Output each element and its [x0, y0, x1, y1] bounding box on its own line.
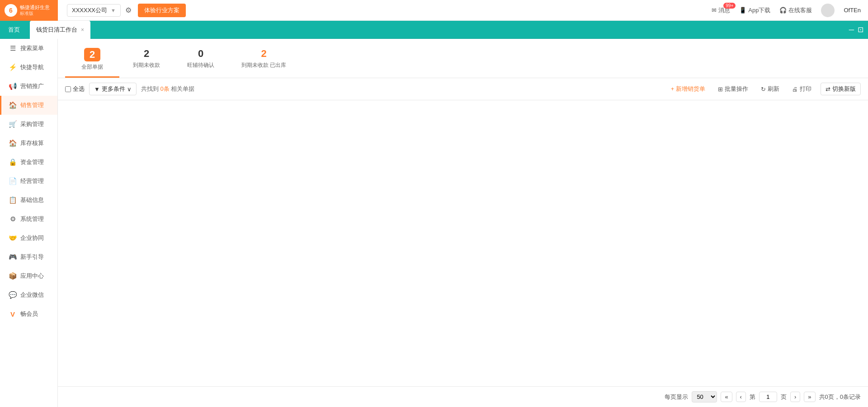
enterprise-icon: 🤝	[9, 234, 17, 242]
chevron-down-icon: ∨	[127, 86, 132, 93]
table-area	[58, 100, 868, 386]
stat-label-wangpu: 旺辅待确认	[187, 61, 214, 69]
username[interactable]: OfTEn	[844, 7, 861, 14]
quick-nav-icon: ⚡	[9, 63, 17, 71]
sidebar-item-inventory[interactable]: 🏠 库存核算	[0, 134, 57, 153]
operations-icon: 📄	[9, 177, 17, 185]
sidebar-item-search-menu[interactable]: ☰ 搜索菜单	[0, 39, 57, 58]
print-button[interactable]: 🖨 打印	[788, 83, 815, 95]
wechat-icon: 💬	[9, 291, 17, 299]
toolbar-left: 全选 ▼ 更多条件 ∨ 共找到 0条 相关单据	[65, 83, 662, 95]
pagination: 每页显示 50 10 20 100 « ‹ 第 页 › » 共0页，0条记录	[58, 386, 868, 407]
member-icon: V	[9, 310, 17, 318]
stat-num-wangpu: 0	[198, 48, 203, 60]
found-text: 共找到 0条 相关单据	[141, 85, 194, 93]
sidebar-item-system[interactable]: ⚙ 系统管理	[0, 210, 57, 229]
sidebar-item-newbie[interactable]: 🎮 新手引导	[0, 248, 57, 267]
page-size-select[interactable]: 50 10 20 100	[692, 391, 717, 402]
total-label: 共0页，0条记录	[819, 393, 861, 401]
add-sales-order-button[interactable]: + 新增销货单	[667, 83, 709, 95]
tab-active[interactable]: 钱货日清工作台 ×	[30, 21, 90, 39]
page-size-label: 每页显示	[665, 393, 688, 401]
tab-home[interactable]: 首页	[0, 21, 28, 39]
next-page-button[interactable]: ›	[790, 392, 800, 402]
first-page-button[interactable]: «	[721, 392, 732, 402]
sidebar: ☰ 搜索菜单 ⚡ 快捷导航 📢 营销推广 🏠 销售管理 🛒 采购管理 🏠 库存核…	[0, 39, 58, 407]
online-service-button[interactable]: 🎧 在线客服	[779, 6, 812, 14]
main-layout: ☰ 搜索菜单 ⚡ 快捷导航 📢 营销推广 🏠 销售管理 🛒 采购管理 🏠 库存核…	[0, 39, 868, 407]
tab-bar-right: ─ ⊡	[849, 25, 868, 34]
select-all-checkbox[interactable]: 全选	[65, 85, 85, 93]
batch-operation-button[interactable]: ⊞ 批量操作	[714, 83, 752, 95]
stat-card-overdue[interactable]: 2 到期未收款	[119, 43, 174, 78]
message-badge: 99+	[723, 3, 736, 9]
filter-icon: ▼	[94, 86, 100, 93]
sidebar-item-finance[interactable]: 🔒 资金管理	[0, 153, 57, 172]
service-icon: 🎧	[779, 7, 787, 14]
sidebar-item-member[interactable]: V 畅会员	[0, 304, 57, 323]
inventory-icon: 🏠	[9, 139, 17, 147]
logo-text: 畅捷通好生意 标准版	[20, 4, 50, 16]
stats-row: 2 全部单据 2 到期未收款 0 旺辅待确认 2 到期未收款 已出库	[58, 39, 868, 78]
page-number-input[interactable]	[759, 392, 777, 402]
tab-bar: 首页 钱货日清工作台 × ─ ⊡	[0, 21, 868, 39]
page-suffix: 页	[781, 393, 787, 401]
prev-page-button[interactable]: ‹	[736, 392, 746, 402]
filter-button[interactable]: ▼ 更多条件 ∨	[89, 83, 137, 95]
stat-label-overdue: 到期未收款	[133, 61, 160, 69]
content-area: 2 全部单据 2 到期未收款 0 旺辅待确认 2 到期未收款 已出库 全选	[58, 39, 868, 407]
logo-icon: 6	[5, 4, 17, 17]
message-icon: ✉	[712, 7, 717, 14]
finance-icon: 🔒	[9, 158, 17, 166]
messages-button[interactable]: ✉ 消息 99+	[712, 6, 730, 14]
stat-label-overdue-shipped: 到期未收款 已出库	[241, 61, 286, 69]
sidebar-item-operations[interactable]: 📄 经营管理	[0, 172, 57, 191]
tab-minimize-button[interactable]: ─	[849, 25, 854, 34]
sidebar-item-app-center[interactable]: 📦 应用中心	[0, 267, 57, 285]
sidebar-item-marketing[interactable]: 📢 营销推广	[0, 77, 57, 96]
avatar[interactable]	[821, 4, 835, 17]
switch-icon: ⇄	[826, 86, 830, 93]
batch-icon: ⊞	[718, 86, 723, 93]
sidebar-item-enterprise[interactable]: 🤝 企业协同	[0, 229, 57, 248]
sidebar-item-base-info[interactable]: 📋 基础信息	[0, 191, 57, 210]
newbie-icon: 🎮	[9, 253, 17, 261]
sidebar-item-quick-nav[interactable]: ⚡ 快捷导航	[0, 58, 57, 77]
toolbar-right: + 新增销货单 ⊞ 批量操作 ↻ 刷新 🖨 打印 ⇄ 切换新版	[667, 83, 861, 95]
sidebar-item-wechat[interactable]: 💬 企业微信	[0, 285, 57, 304]
tab-expand-button[interactable]: ⊡	[858, 25, 863, 34]
toolbar: 全选 ▼ 更多条件 ∨ 共找到 0条 相关单据 + 新增销货单 ⊞ 批量操作	[58, 78, 868, 100]
company-selector[interactable]: XXXXXX公司 ▼	[67, 4, 121, 17]
stat-num-overdue-shipped: 2	[261, 48, 267, 60]
stat-label-all: 全部单据	[81, 63, 103, 71]
stat-num-all: 2	[84, 48, 100, 61]
refresh-icon: ↻	[761, 86, 766, 93]
search-menu-icon: ☰	[9, 44, 17, 52]
stat-card-wangpu[interactable]: 0 旺辅待确认	[174, 43, 228, 78]
sales-icon: 🏠	[9, 101, 17, 109]
trial-button[interactable]: 体验行业方案	[138, 4, 186, 17]
stat-card-all[interactable]: 2 全部单据	[65, 43, 119, 78]
header-right: ✉ 消息 99+ 📱 App下载 🎧 在线客服 OfTEn	[712, 4, 861, 17]
settings-icon[interactable]: ⚙	[125, 6, 132, 14]
sidebar-item-sales[interactable]: 🏠 销售管理	[0, 96, 57, 115]
app-center-icon: 📦	[9, 272, 17, 280]
sidebar-item-purchase[interactable]: 🛒 采购管理	[0, 115, 57, 134]
refresh-button[interactable]: ↻ 刷新	[757, 83, 783, 95]
tab-close-icon[interactable]: ×	[81, 27, 84, 33]
print-icon: 🖨	[792, 86, 798, 93]
download-icon: 📱	[739, 7, 746, 14]
top-header: 6 畅捷通好生意 标准版 XXXXXX公司 ▼ ⚙ 体验行业方案 ✉ 消息 99…	[0, 0, 868, 21]
stat-num-overdue: 2	[144, 48, 149, 60]
stat-card-overdue-shipped[interactable]: 2 到期未收款 已出库	[228, 43, 300, 78]
base-info-icon: 📋	[9, 196, 17, 204]
purchase-icon: 🛒	[9, 120, 17, 128]
chevron-down-icon: ▼	[111, 8, 116, 13]
select-all-input[interactable]	[65, 86, 71, 92]
logo-area: 6 畅捷通好生意 标准版	[0, 0, 58, 21]
last-page-button[interactable]: »	[804, 392, 815, 402]
app-download-button[interactable]: 📱 App下载	[739, 6, 770, 14]
page-label: 第	[750, 393, 755, 401]
switch-version-button[interactable]: ⇄ 切换新版	[821, 83, 861, 95]
marketing-icon: 📢	[9, 82, 17, 90]
